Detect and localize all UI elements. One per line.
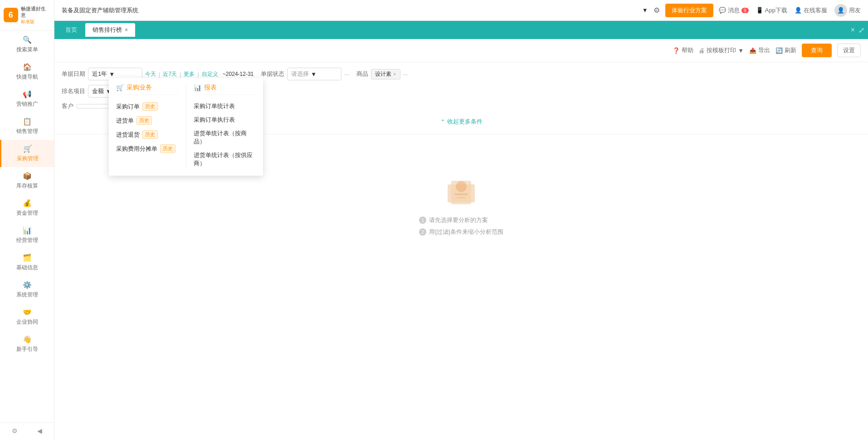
date-quick-custom[interactable]: 自定义 [202,70,218,78]
sidebar-item-inventory[interactable]: 📦 库存核算 [0,167,54,194]
goods-tag-close-icon[interactable]: × [393,71,396,77]
tab-sales-rank[interactable]: 销售排行榜 × [85,23,135,37]
report-col-header: 📊 报表 [194,84,256,95]
status-chevron-icon: ▼ [311,71,317,78]
purchase-expense-history-tag: 历史 [160,144,176,153]
refresh-icon: 🔄 [775,47,783,54]
export-btn[interactable]: 📤 导出 [749,46,770,54]
window-expand-icon[interactable]: ⤢ [858,26,864,35]
sidebar-item-quicknav[interactable]: 🏠 快捷导航 [0,58,54,85]
online-service-btn[interactable]: 👤 在线客服 [795,6,827,15]
finance-icon: 💰 [23,199,32,207]
dropdown-item-inbound-stat-supplier[interactable]: 进货单统计表（按供应商） [194,148,256,170]
date-divider3: | [197,71,199,78]
username-label: 用友 [849,6,861,15]
collapse-icon: ⌃ [440,118,445,125]
goods-filter: 商品 设计素 × ··· [356,69,408,79]
refresh-btn[interactable]: 🔄 刷新 [775,46,796,54]
step2-num: 2 [419,228,426,236]
message-icon: 💬 [719,7,726,14]
logo-text: 畅捷通好生意 [21,5,50,19]
inbound-stat-supplier-label: 进货单统计表（按供应商） [194,151,256,168]
marketing-icon: 📢 [23,90,32,99]
sidebar-item-newbie[interactable]: 👋 新手引导 [0,330,54,358]
sidebar-item-marketing[interactable]: 📢 营销推广 [0,85,54,113]
dropdown-item-inbound[interactable]: 进货单 历史 [116,113,179,128]
purchase-col-header: 🛒 采购业务 [116,84,179,95]
status-filter-label: 单据状态 [261,70,284,78]
home-icon: 🏠 [23,63,32,71]
query-button[interactable]: 查询 [802,44,832,57]
date-quick-more[interactable]: 更多 [184,70,195,78]
sidebar-item-purchase[interactable]: 🛒 采购管理 [0,140,54,167]
sidebar-item-system[interactable]: ⚙️ 系统管理 [0,276,54,303]
dropdown-item-purchase-expense[interactable]: 采购费用分摊单 历史 [116,142,179,156]
messages-label: 消息 [728,6,740,15]
sidebar-item-sales[interactable]: 📋 销售管理 [0,113,54,140]
help-icon: ❓ [673,47,680,54]
purchase-icon: 🛒 [23,144,32,153]
date-quick-7days[interactable]: 近7天 [163,70,177,78]
date-divider1: | [159,71,160,78]
tab-home[interactable]: 首页 [58,23,84,37]
sidebar-item-basicinfo[interactable]: 🗂️ 基础信息 [0,249,54,276]
window-close-icon[interactable]: × [851,26,855,34]
sidebar-item-label: 采购管理 [17,155,39,163]
tab-home-label: 首页 [65,26,77,34]
service-icon: 👤 [795,7,802,14]
sidebar-item-operation[interactable]: 📊 经营管理 [0,222,54,249]
print-label: 按模板打印 [707,46,736,54]
settings-button[interactable]: 设置 [837,44,861,57]
date-quick-today[interactable]: 今天 [145,70,156,78]
date-filter-label: 单据日期 [62,70,85,78]
messages-btn[interactable]: 💬 消息 9 [719,6,749,15]
search-icon: 🔍 [23,35,32,44]
settings-bottom-icon[interactable]: ⚙ [12,427,18,434]
enterprise-icon: 🤝 [23,308,32,316]
sidebar-item-label: 库存核算 [16,182,38,190]
online-service-label: 在线客服 [804,6,827,15]
sidebar-item-finance[interactable]: 💰 资金管理 [0,194,54,222]
sidebar: 6 畅捷通好生意 标准版 🔍 搜索菜单 🏠 快捷导航 📢 营销推广 📋 [0,0,54,439]
avatar-icon: 👤 [837,7,844,14]
sidebar-item-search[interactable]: 🔍 搜索菜单 [0,31,54,58]
goods-tag-text: 设计素 [375,70,391,78]
status-filter-value[interactable]: 请选择 ▼ [287,68,341,80]
header-settings-icon[interactable]: ⚙ [653,6,660,15]
dropdown-item-inbound-stat-goods[interactable]: 进货单统计表（按商品） [194,127,256,148]
header-dropdown-btn[interactable]: ▼ [642,7,648,14]
dropdown-item-inbound-return[interactable]: 进货退货 历史 [116,128,179,142]
svg-point-2 [456,181,467,192]
status-filter-dots[interactable]: ··· [344,71,349,78]
sidebar-item-label: 系统管理 [16,291,38,299]
tab-close-icon[interactable]: × [125,27,128,33]
export-icon: 📤 [749,47,756,54]
sidebar-item-enterprise[interactable]: 🤝 企业协同 [0,303,54,330]
dropdown-item-purchase-order-stat[interactable]: 采购订单统计表 [194,99,256,113]
inbound-label: 进货单 [116,117,134,125]
collapse-sidebar-icon[interactable]: ◀ [37,427,42,434]
status-filter: 单据状态 请选择 ▼ ··· [261,68,349,80]
date-divider2: | [180,71,181,78]
print-template-btn[interactable]: 🖨 按模板打印 ▼ [699,46,744,54]
help-btn[interactable]: ❓ 帮助 [673,46,693,54]
step1-num: 1 [419,217,426,224]
tab-sales-rank-label: 销售排行榜 [93,26,122,34]
industry-btn[interactable]: 体验行业方案 [665,4,713,17]
goods-filter-dots[interactable]: ··· [403,71,408,78]
sidebar-item-label: 企业协同 [16,318,38,326]
avatar: 👤 [834,4,847,17]
app-download-btn[interactable]: 📱 App下载 [756,6,787,15]
status-value-text: 请选择 [291,70,309,78]
user-menu-btn[interactable]: 👤 用友 [834,4,861,17]
sidebar-item-label: 基础信息 [16,264,38,271]
sidebar-item-label: 快捷导航 [16,73,38,81]
newbie-icon: 👋 [23,335,32,344]
dropdown-item-purchase-order[interactable]: 采购订单 历史 [116,99,179,113]
dropdown-item-purchase-order-exec[interactable]: 采购订单执行表 [194,113,256,127]
phone-icon: 📱 [756,7,763,14]
export-label: 导出 [758,46,770,54]
sidebar-nav: 🔍 搜索菜单 🏠 快捷导航 📢 营销推广 📋 销售管理 🛒 采购管理 📦 [0,31,54,422]
date-value-text: 近1年 [92,70,107,78]
goods-filter-tag: 设计素 × [371,69,400,79]
